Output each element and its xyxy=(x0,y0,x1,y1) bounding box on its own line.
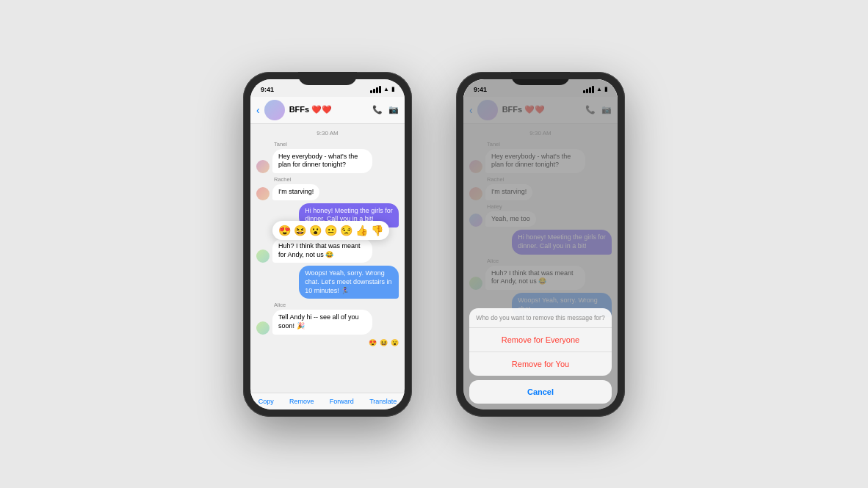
timestamp-left: 9:30 AM xyxy=(256,130,399,136)
avatar-alice-left xyxy=(256,250,270,263)
dialog-overlay: Who do you want to remove this message f… xyxy=(463,79,618,409)
left-phone: 9:41 ▲ ▮ ‹ BFFs ❤️❤️ 📞 📷 xyxy=(243,72,412,417)
message-group-rachel: Rachel I'm starving! xyxy=(272,176,319,200)
action-sheet: Who do you want to remove this message f… xyxy=(463,308,618,409)
avatar-rachel xyxy=(256,187,270,200)
battery-icon: ▮ xyxy=(391,86,394,92)
sheet-prompt: Who do you want to remove this message f… xyxy=(469,308,612,328)
message-group-sent2: Woops! Yeah, sorry. Wrong chat. Let's me… xyxy=(299,266,399,299)
sender-tanel: Tanel xyxy=(274,141,372,148)
back-button-left[interactable]: ‹ xyxy=(256,104,260,116)
chat-header-left: ‹ BFFs ❤️❤️ 📞 📷 xyxy=(250,97,405,124)
notch xyxy=(298,72,357,85)
reaction-heart-eyes[interactable]: 😍 xyxy=(278,225,291,236)
bubble-1[interactable]: Hey everybody - what's the plan for dinn… xyxy=(272,149,372,173)
video-icon-left[interactable]: 📷 xyxy=(388,105,399,114)
bubble-4[interactable]: Huh? I think that was meant for Andy, no… xyxy=(272,238,372,263)
group-avatar-left xyxy=(264,100,285,120)
cancel-button[interactable]: Cancel xyxy=(469,380,612,404)
call-icon-left[interactable]: 📞 xyxy=(372,105,383,114)
reaction-bar[interactable]: 😍 😆 😮 😐 😒 👍 👎 xyxy=(272,221,389,240)
sender-rachel: Rachel xyxy=(274,176,319,183)
left-screen: 9:41 ▲ ▮ ‹ BFFs ❤️❤️ 📞 📷 xyxy=(250,79,405,409)
reaction-eye-roll[interactable]: 😒 xyxy=(340,225,352,236)
reaction-neutral[interactable]: 😐 xyxy=(325,225,337,236)
reaction-thumbsup[interactable]: 👍 xyxy=(355,225,368,236)
emoji-reactions-row: 😍 😆 😮 xyxy=(256,339,399,346)
status-icons-left: ▲ ▮ xyxy=(370,86,394,93)
wifi-icon: ▲ xyxy=(383,86,389,92)
sheet-main: Who do you want to remove this message f… xyxy=(469,308,612,376)
action-forward[interactable]: Forward xyxy=(330,398,354,405)
header-icons-left: 📞 📷 xyxy=(372,105,399,114)
message-group-tanel: Tanel Hey everybody - what's the plan fo… xyxy=(272,141,372,173)
bubble-5[interactable]: Woops! Yeah, sorry. Wrong chat. Let's me… xyxy=(299,266,399,299)
action-translate[interactable]: Translate xyxy=(369,398,397,405)
message-row-2: Rachel I'm starving! xyxy=(256,176,399,200)
avatar-tanel xyxy=(256,160,270,173)
right-phone: 9:41 ▲ ▮ ‹ BFFs ❤️❤️ 📞 📷 xyxy=(456,72,625,417)
reaction-emoji-2: 😆 xyxy=(380,339,388,346)
action-bar-left: Copy Remove Forward Translate xyxy=(250,393,405,409)
sender-alice2: Alice xyxy=(274,302,372,308)
action-copy[interactable]: Copy xyxy=(258,398,274,405)
right-screen: 9:41 ▲ ▮ ‹ BFFs ❤️❤️ 📞 📷 xyxy=(463,79,618,409)
action-remove[interactable]: Remove xyxy=(289,398,314,405)
reaction-thumbsdown[interactable]: 👎 xyxy=(371,225,383,236)
reaction-emoji-1: 😍 xyxy=(369,339,377,346)
bubble-6[interactable]: Tell Andy hi -- see all of you soon! 🎉 xyxy=(272,310,372,334)
avatar-alice2-left xyxy=(256,321,270,335)
reaction-emoji-3: 😮 xyxy=(391,339,399,346)
message-group-alice2: Alice Tell Andy hi -- see all of you soo… xyxy=(272,302,372,334)
reaction-surprised[interactable]: 😮 xyxy=(309,225,322,236)
reaction-laugh[interactable]: 😆 xyxy=(294,225,306,236)
signal-icon xyxy=(370,86,381,93)
remove-for-you-button[interactable]: Remove for You xyxy=(469,352,612,376)
remove-for-everyone-button[interactable]: Remove for Everyone xyxy=(469,328,612,352)
message-row-6: Alice Tell Andy hi -- see all of you soo… xyxy=(256,302,399,334)
message-row-5: Woops! Yeah, sorry. Wrong chat. Let's me… xyxy=(256,266,399,299)
time-left: 9:41 xyxy=(261,86,274,93)
chat-title-left: BFFs ❤️❤️ xyxy=(289,105,368,114)
messages-area-left: 9:30 AM Tanel Hey everybody - what's the… xyxy=(250,124,405,393)
bubble-2[interactable]: I'm starving! xyxy=(272,184,319,200)
message-row-1: Tanel Hey everybody - what's the plan fo… xyxy=(256,141,399,173)
